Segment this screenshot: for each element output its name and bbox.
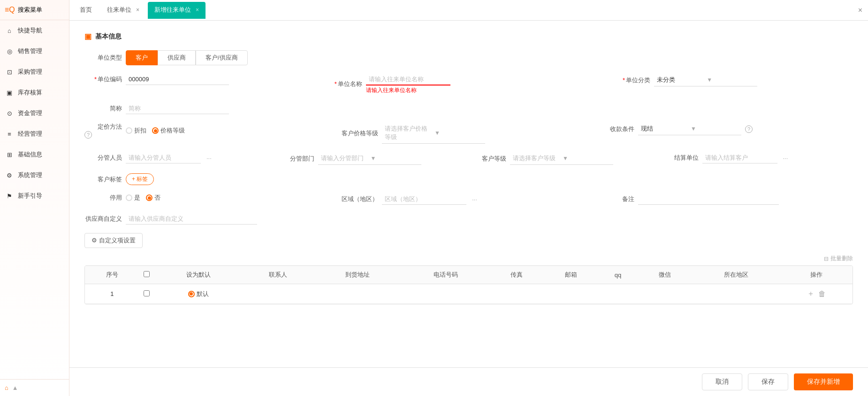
row-delete-btn[interactable]: 🗑 xyxy=(818,290,826,298)
col-checkbox xyxy=(139,266,154,284)
remark-field: 备注 xyxy=(597,194,853,205)
disabled-no-circle xyxy=(146,194,152,201)
row-add-btn[interactable]: ＋ xyxy=(807,289,815,299)
pricing-level-label: 价格等级 xyxy=(160,126,185,135)
disabled-yes-radio[interactable]: 是 xyxy=(126,194,140,202)
col-region: 所在地区 xyxy=(692,266,780,284)
batch-delete-area: ⊟ 批量删除 xyxy=(84,255,853,263)
tab-new-contact-close[interactable]: × xyxy=(196,7,199,13)
add-tag-btn[interactable]: + 标签 xyxy=(126,173,154,185)
settlement-unit-label: 结算单位 xyxy=(661,154,699,162)
unit-category-select[interactable]: 未分类 ▼ xyxy=(654,74,757,86)
tab-new-contact[interactable]: 新增往来单位 × xyxy=(148,2,206,19)
short-name-row: 简称 xyxy=(84,103,853,114)
row-fax xyxy=(489,284,544,304)
unit-code-label: *单位编码 xyxy=(84,75,122,84)
col-fax: 传真 xyxy=(489,266,544,284)
sidebar-item-system[interactable]: ⚙ 系统管理 xyxy=(0,165,69,186)
custom-settings-btn[interactable]: ⚙ 自定义项设置 xyxy=(84,233,143,248)
sidebar-item-guide[interactable]: ⚑ 新手引导 xyxy=(0,186,69,206)
region-input[interactable] xyxy=(382,194,466,205)
unit-name-label: *单位名称 xyxy=(325,80,362,88)
short-name-field: 简称 xyxy=(84,103,853,114)
sidebar-item-label: 采购管理 xyxy=(18,68,42,76)
payment-terms-help-icon[interactable]: ? xyxy=(745,125,753,133)
disabled-no-radio[interactable]: 否 xyxy=(146,194,160,202)
row-qq xyxy=(598,284,638,304)
pricing-method-label: 定价方法 ? xyxy=(84,123,122,139)
payment-terms-label: 收款条件 xyxy=(597,125,634,133)
coin-icon: ⊙ xyxy=(5,109,14,118)
sidebar-item-operations[interactable]: ≡ 经营管理 xyxy=(0,124,69,144)
unit-code-input[interactable] xyxy=(126,74,229,85)
unit-type-row: 单位类型 客户 供应商 客户/供应商 xyxy=(84,50,853,65)
manager-input[interactable] xyxy=(126,152,201,163)
unit-btn-supplier[interactable]: 供应商 xyxy=(158,50,196,65)
department-chevron: ▼ xyxy=(371,155,419,162)
sidebar-item-label: 经营管理 xyxy=(18,130,42,138)
row-default-radio[interactable]: 默认 xyxy=(158,290,239,298)
settlement-unit-input[interactable] xyxy=(702,152,777,163)
pricing-discount-circle xyxy=(126,127,132,134)
tab-home[interactable]: 首页 xyxy=(73,2,99,19)
unit-type-field: 单位类型 客户 供应商 客户/供应商 xyxy=(84,50,853,65)
unit-category-label: *单位分类 xyxy=(613,76,650,85)
row-checkbox-cell xyxy=(139,284,154,304)
section-title-icon: ▣ xyxy=(84,32,91,41)
remark-input[interactable] xyxy=(638,194,779,205)
sidebar-item-basic[interactable]: ⊞ 基础信息 xyxy=(0,144,69,165)
sidebar-item-purchase[interactable]: ⊡ 采购管理 xyxy=(0,62,69,82)
unit-code-field: *单位编码 xyxy=(84,74,325,85)
supplier-custom-label: 供应商自定义 xyxy=(84,215,122,223)
region-label: 区域（地区） xyxy=(341,195,378,203)
tab-home-label: 首页 xyxy=(80,6,92,14)
grid-icon: ⊞ xyxy=(5,150,14,159)
home-icon: ⌂ xyxy=(5,26,14,35)
sidebar-item-inventory[interactable]: ▣ 库存核算 xyxy=(0,82,69,103)
code-name-row: *单位编码 *单位名称 请输入往来单位名称 *单位分类 未分类 xyxy=(84,74,853,94)
sidebar-item-sales[interactable]: ◎ 销售管理 xyxy=(0,41,69,62)
short-name-label: 简称 xyxy=(84,104,122,113)
batch-delete-btn[interactable]: 批量删除 xyxy=(830,255,853,263)
save-button[interactable]: 保存 xyxy=(748,373,788,390)
payment-terms-select[interactable]: 现结 ▼ xyxy=(638,123,741,135)
customer-price-level-label: 客户价格等级 xyxy=(341,129,378,138)
tab-contact-close[interactable]: × xyxy=(136,7,139,13)
pricing-discount-radio[interactable]: 折扣 xyxy=(126,126,146,135)
manager-row: 分管人员 ··· 分管部门 请输入分管部门 ▼ 客户等级 请选择客户等级 ▼ 结… xyxy=(84,152,853,165)
row-default-circle xyxy=(188,291,195,297)
customer-price-level-select[interactable]: 请选择客户价格等级 ▼ xyxy=(382,123,485,144)
select-all-checkbox[interactable] xyxy=(144,271,150,277)
sidebar-search-label: 搜索菜单 xyxy=(18,6,42,14)
tab-contact[interactable]: 往来单位 × xyxy=(100,2,146,19)
unit-btn-customer[interactable]: 客户 xyxy=(126,50,158,65)
sidebar-item-quick-nav[interactable]: ⌂ 快捷导航 xyxy=(0,20,69,41)
customer-level-chevron: ▼ xyxy=(563,155,610,162)
unit-btn-both[interactable]: 客户/供应商 xyxy=(196,50,248,65)
customer-level-select[interactable]: 请选择客户等级 ▼ xyxy=(510,152,613,165)
department-select[interactable]: 请输入分管部门 ▼ xyxy=(318,152,421,165)
sidebar-search[interactable]: ≡Q 搜索菜单 xyxy=(0,0,69,20)
tab-new-contact-label: 新增往来单位 xyxy=(154,6,191,14)
row-region xyxy=(692,284,780,304)
tab-bar-close-btn[interactable]: × xyxy=(856,4,864,16)
sidebar-item-finance[interactable]: ⊙ 资金管理 xyxy=(0,103,69,124)
settlement-unit-dots-btn[interactable]: ··· xyxy=(781,155,790,162)
col-actions: 操作 xyxy=(780,266,853,284)
manager-dots-btn[interactable]: ··· xyxy=(205,155,213,162)
short-name-input[interactable] xyxy=(126,103,229,114)
pricing-method-field: 定价方法 ? 折扣 价格等级 xyxy=(84,123,341,139)
region-dots-btn[interactable]: ··· xyxy=(470,196,479,203)
row-seq: 1 xyxy=(85,284,139,304)
row-checkbox[interactable] xyxy=(144,290,150,296)
supplier-custom-input[interactable] xyxy=(126,213,257,225)
unit-name-input[interactable] xyxy=(366,74,450,85)
pricing-level-radio[interactable]: 价格等级 xyxy=(152,126,185,135)
pricing-help-icon[interactable]: ? xyxy=(84,131,92,139)
customer-level-field: 客户等级 请选择客户等级 ▼ xyxy=(469,152,661,165)
cancel-button[interactable]: 取消 xyxy=(702,373,742,390)
unit-category-value: 未分类 xyxy=(657,76,705,84)
sidebar-bottom-icon1[interactable]: ⌂ xyxy=(5,384,8,391)
save-new-button[interactable]: 保存并新增 xyxy=(794,373,853,390)
sidebar-bottom-icon2[interactable]: ▲ xyxy=(12,384,18,391)
